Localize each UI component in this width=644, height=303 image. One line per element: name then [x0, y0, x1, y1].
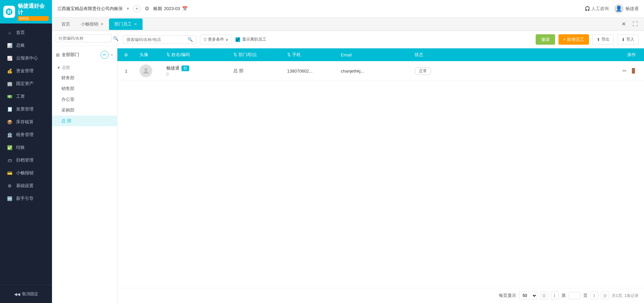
chevron-down-icon[interactable]: ▾: [127, 6, 129, 11]
company-name[interactable]: 江西服宝精品有限责任公司内账张: [57, 6, 123, 12]
tab-expense[interactable]: 小畅报销 ✕: [75, 18, 109, 30]
sidebar-item-ledger[interactable]: 📊 总账: [0, 39, 52, 52]
sidebar-label-guide: 新手引导: [16, 196, 34, 202]
edit-employee-button[interactable]: ✏: [623, 68, 627, 74]
next-page-button[interactable]: ⟩: [590, 292, 598, 300]
sidebar-item-home[interactable]: ⌂ 首页: [0, 26, 52, 39]
sidebar-item-fixed-assets[interactable]: 🏢 固定资产: [0, 77, 52, 90]
import-label: 导入: [626, 37, 634, 42]
search-box: 🔍: [123, 35, 197, 44]
expense-icon: 💳: [7, 170, 13, 176]
content-area: 🔍 ⊞ 全部部门 ✏ « ▼ 总部 财务部 销售部: [52, 31, 644, 303]
add-account-button[interactable]: ＋: [133, 5, 141, 12]
logo: 财 畅捷通好会计 旗舰版: [0, 0, 52, 24]
sidebar-item-settlement[interactable]: ✅ 结账: [0, 141, 52, 154]
right-panel: 🔍 ▽ 更多条件 ∨ 显示离职员工 邀请 + 新增员工 ⬆ 导出: [117, 31, 644, 303]
filter-icon: ▽: [204, 37, 207, 42]
tax-icon: 🏦: [7, 132, 13, 138]
guide-icon: 🆕: [7, 196, 13, 202]
dept-edit-button[interactable]: ✏: [101, 51, 109, 59]
sidebar-item-tax[interactable]: 🏦 税务管理: [0, 128, 52, 141]
salary-icon: 💵: [7, 93, 13, 99]
sidebar-item-guide[interactable]: 🆕 新手引导: [0, 192, 52, 205]
logo-icon: 财: [3, 6, 15, 18]
settings-icon: ⚙: [7, 183, 13, 189]
sidebar-label-settlement: 结账: [16, 144, 25, 150]
page-input[interactable]: 1: [569, 292, 581, 299]
dept-purchase-label: 采购部: [61, 107, 74, 113]
show-resigned-toggle[interactable]: 显示离职员工: [235, 37, 266, 42]
calendar-icon[interactable]: 📅: [182, 6, 187, 11]
assets-icon: 🏢: [7, 81, 13, 87]
period-label: 账期: [153, 6, 162, 12]
sidebar-label-home: 首页: [16, 30, 25, 36]
settings-gear-icon[interactable]: ⚙: [145, 5, 149, 12]
close-tab-button[interactable]: ✕: [620, 20, 628, 28]
sidebar-item-inventory[interactable]: 📦 库存核算: [0, 116, 52, 128]
last-page-button[interactable]: ⟩⟩: [601, 292, 609, 300]
sidebar-item-reports[interactable]: 📈 云报表中心: [0, 52, 52, 64]
tab-dept-emp[interactable]: 部门员工 ✕: [109, 18, 143, 30]
tab-dept-emp-close[interactable]: ✕: [134, 22, 137, 27]
dept-search-input[interactable]: [55, 34, 112, 42]
ledger-icon: 📊: [7, 42, 13, 48]
expand-tab-button[interactable]: ⛶: [631, 20, 640, 28]
cancel-pin-label: 取消固定: [22, 291, 38, 297]
avatar: [140, 64, 152, 77]
export-button[interactable]: ⬆ 导出: [592, 34, 614, 45]
service-label: 人工咨询: [591, 6, 609, 12]
table-container: ⚙ 头像 ⇅ 姓名/编码 ⇅ 部门/职位 ⇅: [117, 48, 644, 288]
prev-page-button[interactable]: ⟨: [551, 292, 559, 300]
sidebar-item-funds[interactable]: 💰 资金管理: [0, 64, 52, 77]
col-settings[interactable]: ⚙: [117, 48, 135, 61]
dept-item-sales[interactable]: 销售部: [52, 83, 117, 94]
logout-employee-button[interactable]: 🚪: [630, 68, 637, 74]
employee-badge: 部: [181, 66, 189, 71]
row-name: 畅捷通 部 0: [162, 61, 229, 81]
home-icon: ⌂: [7, 30, 13, 36]
sidebar-label-inventory: 库存核算: [16, 119, 34, 125]
wallet-icon: 💰: [7, 68, 13, 74]
cancel-pin-button[interactable]: ◀◀ 取消固定: [0, 289, 52, 300]
tab-home[interactable]: 首页: [56, 18, 75, 30]
archive-icon: 🗃: [7, 157, 13, 163]
logo-text: 畅捷通好会计 旗舰版: [18, 3, 49, 21]
col-phone[interactable]: ⇅ 手机: [282, 48, 336, 61]
first-page-button[interactable]: ⟨⟨: [540, 292, 548, 300]
search-icon[interactable]: 🔍: [187, 37, 193, 42]
dept-tree: ▼ 总部 财务部 销售部 办公室 采购部 总 部: [52, 61, 117, 128]
sidebar-item-settings[interactable]: ⚙ 基础设置: [0, 179, 52, 192]
search-input[interactable]: [126, 37, 185, 42]
col-dept[interactable]: ⇅ 部门/职位: [229, 48, 282, 61]
toolbar: 🔍 ▽ 更多条件 ∨ 显示离职员工 邀请 + 新增员工 ⬆ 导出: [117, 31, 644, 48]
employee-table: ⚙ 头像 ⇅ 姓名/编码 ⇅ 部门/职位 ⇅: [117, 48, 644, 81]
show-resigned-checkbox[interactable]: [235, 37, 240, 42]
sidebar-label-settings: 基础设置: [16, 183, 34, 189]
filter-button[interactable]: ▽ 更多条件 ∨: [200, 35, 232, 44]
dept-all-button[interactable]: ⊞ 全部部门 ✏ «: [52, 48, 117, 61]
sidebar-item-archive[interactable]: 🗃 归档管理: [0, 154, 52, 167]
row-email: chanjethkj...: [336, 61, 410, 81]
sidebar-item-expense[interactable]: 💳 小畅报销: [0, 167, 52, 179]
sidebar-label-salary: 工资: [16, 93, 25, 99]
avatar: 👤: [614, 4, 624, 13]
page-size-select[interactable]: 10 20 50 100: [519, 292, 537, 300]
dept-item-general[interactable]: 总 部: [52, 116, 117, 126]
dept-all-label: 全部部门: [62, 52, 79, 58]
invite-button[interactable]: 邀请: [536, 34, 555, 45]
user-menu[interactable]: 👤 畅捷通: [614, 4, 639, 13]
dept-item-purchase[interactable]: 采购部: [52, 105, 117, 116]
sidebar-item-salary[interactable]: 💵 工资: [0, 90, 52, 103]
sidebar-label-invoice: 发票管理: [16, 106, 34, 112]
sidebar-item-invoice[interactable]: 🧾 发票管理: [0, 103, 52, 116]
import-button[interactable]: ⬇ 导入: [617, 34, 639, 45]
period-value[interactable]: 2023-03: [164, 6, 180, 11]
tab-expense-close[interactable]: ✕: [100, 22, 104, 27]
topbar: 江西服宝精品有限责任公司内账张 ▾ ＋ ⚙ 账期 2023-03 📅 🎧 人工咨…: [52, 0, 644, 17]
dept-item-office[interactable]: 办公室: [52, 94, 117, 105]
dept-item-finance[interactable]: 财务部: [52, 73, 117, 83]
add-employee-button[interactable]: + 新增员工: [558, 34, 589, 45]
dept-collapse-button[interactable]: «: [111, 52, 113, 57]
col-name[interactable]: ⇅ 姓名/编码: [162, 48, 229, 61]
customer-service-button[interactable]: 🎧 人工咨询: [585, 6, 609, 12]
